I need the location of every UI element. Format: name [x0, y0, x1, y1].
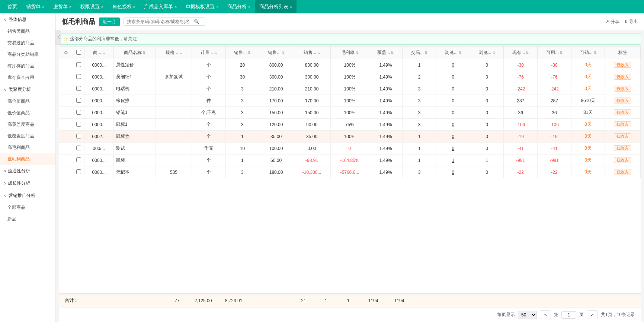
nav-permissions[interactable]: 权限设置× [76, 0, 108, 13]
sidebar-item-capital[interactable]: 库存资金占用 [0, 72, 55, 83]
nav-purchase-order[interactable]: 进货单× [49, 0, 76, 13]
col-settings[interactable]: ⚙ [59, 47, 73, 59]
row-coverage: 1.49% [369, 107, 403, 119]
table-row: 0002... 鼠标垫 个 1 35.00 35.00 100% 1.49% 1… [59, 131, 641, 143]
search-input[interactable] [127, 19, 194, 24]
sidebar-group-overall[interactable]: ∨ 整体信息 [0, 13, 55, 26]
row-code: 000/... [84, 143, 113, 154]
sidebar-group-cluster[interactable]: ∨ 类聚度分析 [0, 83, 55, 96]
sidebar-item-traded-goods[interactable]: 交易过的商品 [0, 37, 55, 49]
col-name[interactable]: 商品名称⇅ [113, 47, 156, 59]
sidebar-group-circulation[interactable]: > 流通性分析 [0, 165, 55, 177]
sidebar-item-low-margin[interactable]: 低毛利商品 [0, 153, 55, 165]
page-size-select[interactable]: 50 100 200 [518, 311, 537, 319]
row-transactions: 1 [403, 59, 436, 71]
row-transactions: 2 [403, 71, 436, 83]
col-views1[interactable]: 浏览...⇅ [436, 47, 470, 59]
row-code: 0000... [84, 119, 113, 131]
col-code[interactable]: 商...⇅ [84, 47, 113, 59]
row-views1[interactable]: 0 [436, 59, 470, 71]
row-unit: 个 [192, 166, 225, 178]
row-checkbox[interactable] [73, 143, 84, 154]
col-sellable[interactable]: 可销...⇅ [571, 47, 605, 59]
row-gross-margin: -5766.6... [331, 166, 369, 178]
sidebar-item-low-value[interactable]: 低价值商品 [0, 107, 55, 119]
col-coverage[interactable]: 覆盖...⇅ [369, 47, 403, 59]
sidebar-group-growth[interactable]: > 成长性分析 [0, 177, 55, 189]
row-checkbox[interactable] [73, 131, 84, 143]
share-button[interactable]: ↗ 分享 [605, 19, 619, 25]
row-sales-profit: -98.91 [293, 154, 330, 166]
row-checkbox[interactable] [73, 154, 84, 166]
col-sales-qty[interactable]: 销售...⇅ [225, 47, 259, 59]
arrow-icon: ∨ [4, 17, 7, 22]
row-sales-qty: 10 [225, 143, 259, 154]
col-spec[interactable]: 规格...⇅ [156, 47, 192, 59]
col-transactions[interactable]: 交易...⇅ [403, 47, 436, 59]
search-icon[interactable]: 🔍 [194, 19, 199, 24]
col-sales-price[interactable]: 销售...⇅ [259, 47, 293, 59]
sort-icon: ⇅ [142, 51, 145, 55]
row-views1[interactable]: 0 [436, 107, 470, 119]
page-unit: 页 [579, 312, 584, 318]
sidebar-item-sales-goods[interactable]: 销售类商品 [0, 26, 55, 37]
nav-role-auth[interactable]: 角色授权× [108, 0, 140, 13]
row-views1[interactable]: 0 [436, 119, 470, 131]
row-settings [59, 131, 73, 143]
row-views1[interactable]: 0 [436, 95, 470, 107]
nav-sales-order[interactable]: 销货单× [22, 0, 49, 13]
sidebar-item-all-goods[interactable]: 全部商品 [0, 202, 55, 213]
sidebar-item-high-coverage[interactable]: 高覆盖度商品 [0, 119, 55, 130]
sidebar-item-inventory-goods[interactable]: 有库存的商品 [0, 60, 55, 72]
row-checkbox[interactable] [73, 107, 84, 119]
row-checkbox[interactable] [73, 119, 84, 131]
col-sales-profit[interactable]: 销售...⇅ [293, 47, 330, 59]
row-sales-profit: 210.00 [293, 83, 330, 95]
col-views2[interactable]: 浏览...⇅ [470, 47, 504, 59]
row-name: 属性定价 [113, 59, 156, 71]
row-tag: 低收入 [605, 71, 641, 83]
sidebar-item-high-value[interactable]: 高价值商品 [0, 96, 55, 107]
row-views1[interactable]: 0 [436, 71, 470, 83]
row-checkbox[interactable] [73, 59, 84, 71]
nav-product-analysis[interactable]: 商品分析× [223, 0, 255, 13]
next-page-button[interactable]: ＞ [587, 310, 598, 319]
sort-icon: ⇅ [458, 51, 461, 55]
sidebar-item-high-margin[interactable]: 高毛利商品 [0, 142, 55, 153]
nav-product-analysis-list[interactable]: 商品分析列表× [255, 0, 297, 13]
row-checkbox[interactable] [73, 83, 84, 95]
row-transactions: 1 [403, 154, 436, 166]
select-all-checkbox[interactable] [76, 50, 81, 55]
col-gross-margin[interactable]: 毛利率⇅ [331, 47, 369, 59]
prev-page-button[interactable]: ＜ [540, 310, 551, 319]
export-button[interactable]: ⬇ 导出 [624, 19, 638, 25]
page-number-input[interactable] [561, 311, 576, 319]
col-current-stock[interactable]: 现有...⇅ [504, 47, 538, 59]
row-gross-margin: 100% [331, 131, 369, 143]
row-views1[interactable]: 0 [436, 143, 470, 154]
row-views1[interactable]: 0 [436, 166, 470, 178]
date-filter-button[interactable]: 近一月 [99, 17, 120, 26]
col-available[interactable]: 可用...⇅ [538, 47, 571, 59]
sidebar-group-marketing[interactable]: ∨ 营销推广分析 [0, 189, 55, 202]
total-views1: 1 [315, 298, 337, 303]
row-checkbox[interactable] [73, 95, 84, 107]
row-views1[interactable]: 1 [436, 154, 470, 166]
row-views1[interactable]: 0 [436, 131, 470, 143]
sidebar-item-low-coverage[interactable]: 低覆盖度商品 [0, 130, 55, 142]
row-sellable: 0天 [571, 166, 605, 178]
sidebar-item-new-goods[interactable]: 新品 [0, 213, 55, 225]
nav-template[interactable]: 单据模板设置× [181, 0, 223, 13]
row-views2: 0 [470, 131, 504, 143]
row-checkbox[interactable] [73, 71, 84, 83]
col-unit[interactable]: 计量...⇅ [192, 47, 225, 59]
nav-product-stock[interactable]: 产成品入库单× [140, 0, 181, 13]
nav-home[interactable]: 首页 [3, 0, 22, 13]
sidebar-collapse-btn[interactable]: 《 [55, 30, 61, 45]
row-available: 36 [538, 107, 571, 119]
sidebar-item-category-rate[interactable]: 商品分类助销率 [0, 49, 55, 60]
row-views1[interactable]: 0 [436, 83, 470, 95]
tag-badge: 低收入 [614, 74, 631, 80]
row-sales-qty: 30 [225, 71, 259, 83]
row-checkbox[interactable] [73, 166, 84, 178]
